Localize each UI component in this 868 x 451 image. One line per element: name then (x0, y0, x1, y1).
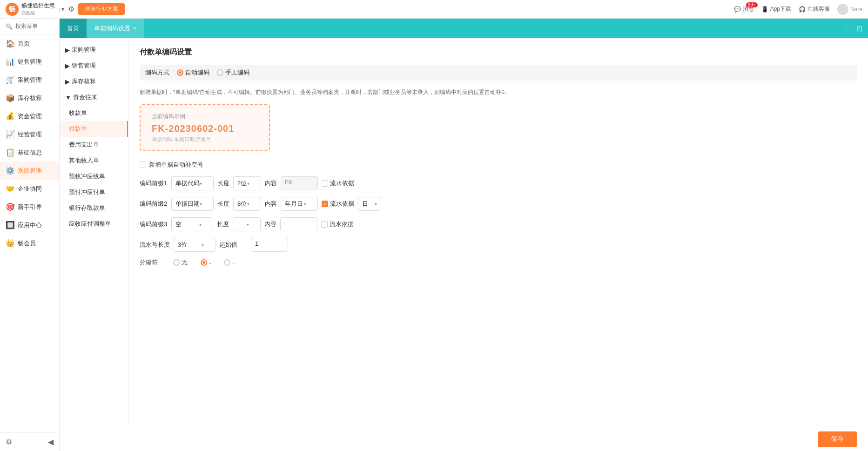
service-icon: 🎧 (799, 6, 806, 13)
tab-close-icon[interactable]: × (133, 25, 136, 32)
left-nav-group-finance-title[interactable]: ▼ 资金往来 (60, 89, 128, 105)
sep-none-option[interactable]: 无 (173, 258, 188, 267)
auto-fill-label: 新增单据自动补空号 (149, 161, 203, 169)
sep-dot-radio[interactable] (224, 259, 230, 266)
auto-encode-option[interactable]: 自动编码 (177, 68, 209, 77)
tab-home[interactable]: 首页 (60, 19, 87, 38)
sidebar-item-system[interactable]: ⚙️ 系统管理 (0, 162, 59, 180)
preview-code: FK-20230602-001 (152, 123, 258, 134)
sidebar-collapse-icon[interactable]: ◀ (48, 438, 54, 446)
sidebar-item-sales[interactable]: 📊 销售管理 (0, 53, 59, 71)
left-nav-item-bank[interactable]: 银行存取款单 (60, 200, 128, 216)
nav-dropdown[interactable]: | ▾ (59, 6, 64, 13)
save-button[interactable]: 保存 (818, 431, 857, 447)
length1-select[interactable]: 2位 ▾ (233, 176, 261, 190)
serial3-checkbox[interactable] (321, 221, 328, 228)
home-icon: 🏠 (6, 39, 14, 48)
expand-arrow-icon: ▶ (65, 78, 70, 85)
manual-encode-option[interactable]: 手工编码 (217, 68, 249, 77)
sep-none-radio[interactable] (173, 259, 180, 266)
sidebar-item-enterprise[interactable]: 🤝 企业协同 (0, 180, 59, 198)
tab-restore-icon[interactable]: ⊡ (856, 24, 862, 33)
sidebar-item-guide[interactable]: 🎯 新手引导 (0, 198, 59, 216)
content2-select[interactable]: 年月日 ▾ (281, 197, 318, 211)
preview-box: 当前编码示例： FK-20230602-001 单据代码-单据日期-流水号 (140, 104, 270, 151)
sidebar-item-finance[interactable]: 💰 资金管理 (0, 107, 59, 125)
left-nav-group-purchase-title[interactable]: ▶ 采购管理 (60, 42, 128, 58)
left-nav-item-receipt[interactable]: 收款单 (60, 105, 128, 121)
manual-encode-radio[interactable] (217, 69, 223, 76)
sidebar-bottom: ⚙ ◀ (0, 432, 59, 451)
tab-maximize-icon[interactable]: ⛶ (845, 24, 853, 33)
tab-current[interactable]: 单据编码设置 × (87, 19, 144, 38)
length3-select[interactable]: ▾ (233, 217, 261, 231)
sidebar-item-purchase[interactable]: 🛒 采购管理 (0, 71, 59, 89)
left-nav-item-payment[interactable]: 付款单 (60, 121, 128, 137)
content3-input[interactable] (280, 217, 317, 231)
serial1-checkbox[interactable] (322, 180, 328, 187)
messages-item[interactable]: 💬 消息 99+ (734, 5, 754, 13)
auto-fill-checkbox[interactable] (140, 162, 146, 168)
sidebar-item-label: 企业协同 (18, 185, 42, 193)
online-service-label: 在线客服 (807, 5, 830, 13)
left-nav-item-pre-payment[interactable]: 预付冲应付单 (60, 184, 128, 200)
sep-dash-label: - (209, 259, 211, 266)
sidebar-item-label: 库存核算 (18, 94, 42, 102)
left-nav-group-inventory-title[interactable]: ▶ 库存核算 (60, 74, 128, 89)
chevron-down-icon: ▾ (247, 181, 249, 186)
length1-label: 长度 (217, 179, 229, 188)
chevron-down-icon: ▾ (202, 242, 204, 248)
experience-button[interactable]: 体验行业方案 (78, 3, 125, 15)
sidebar-search[interactable]: 🔍 搜索菜单 (0, 19, 59, 34)
sidebar-settings-icon[interactable]: ⚙ (6, 438, 12, 446)
serial3-checkbox-group: 流水依据 (321, 220, 354, 229)
serial2-checkbox[interactable]: ✓ (322, 201, 328, 207)
sidebar-item-member[interactable]: 👑 畅会员 (0, 234, 59, 252)
enterprise-icon: 🤝 (6, 184, 14, 193)
serial2-label: 流水依据 (330, 200, 354, 208)
auto-encode-radio[interactable] (177, 69, 183, 76)
form-row-1: 编码前缀1 单据代码 ▾ 长度 2位 ▾ 内容 FK 流水依据 (140, 176, 857, 190)
tab-current-label: 单据编码设置 (94, 24, 130, 33)
inventory-icon: 📦 (6, 94, 14, 102)
search-label: 搜索菜单 (15, 22, 38, 30)
prefix2-select[interactable]: 单据日期 ▾ (171, 197, 214, 211)
left-nav-group-sales-title[interactable]: ▶ 销售管理 (60, 58, 128, 74)
serial-length-select[interactable]: 3位 ▾ (174, 238, 215, 252)
sep-dash-option[interactable]: - (201, 259, 211, 266)
serial2-checkbox-group: ✓ 流水依据 (322, 200, 354, 208)
chevron-down-icon: ▾ (200, 181, 202, 186)
chevron-down-icon: ▾ (375, 202, 377, 207)
length2-select[interactable]: 8位 ▾ (233, 197, 261, 211)
sep-dash-radio[interactable] (201, 259, 207, 266)
app-download-label: App下载 (770, 5, 791, 13)
left-nav-item-pre-receipt[interactable]: 预收冲应收单 (60, 168, 128, 184)
left-nav-item-expense[interactable]: 费用支出单 (60, 137, 128, 153)
chevron-down-icon: ▾ (199, 222, 202, 227)
settings-icon[interactable]: ⚙ (68, 5, 74, 13)
content2-label: 内容 (265, 200, 277, 208)
left-nav-item-adjust[interactable]: 应收应付调整单 (60, 216, 128, 232)
form-row-3: 编码前缀3 空 ▾ 长度 ▾ 内容 流水依据 (140, 217, 857, 231)
brand-text: 畅捷通好生意 旗舰版 (21, 2, 55, 16)
prefix3-select[interactable]: 空 ▾ (171, 217, 213, 231)
avatar (837, 4, 848, 15)
day-select[interactable]: 日 ▾ (358, 197, 381, 211)
start-value-label: 起始值 (219, 241, 247, 249)
start-value-input[interactable]: 1 (251, 238, 288, 252)
sidebar-item-inventory[interactable]: 📦 库存核算 (0, 89, 59, 107)
sidebar-item-apps[interactable]: 🔲 应用中心 (0, 216, 59, 234)
left-nav-item-other-income[interactable]: 其他收入单 (60, 153, 128, 168)
user-item[interactable]: Nare (837, 4, 862, 15)
sidebar-item-label: 系统管理 (18, 167, 42, 175)
sales-icon: 📊 (6, 57, 14, 66)
sep-dot-option[interactable]: · (224, 259, 234, 266)
left-nav-group-finance: ▼ 资金往来 收款单 付款单 费用支出单 其他收入单 预收冲应收单 预付冲应付单… (60, 89, 128, 232)
sidebar-item-basic[interactable]: 📋 基础信息 (0, 143, 59, 162)
prefix1-select[interactable]: 单据代码 ▾ (171, 176, 214, 190)
serial-length-row: 流水号长度 3位 ▾ 起始值 1 (140, 238, 857, 252)
sidebar-item-operations[interactable]: 📈 经营管理 (0, 125, 59, 143)
online-service-item[interactable]: 🎧 在线客服 (799, 5, 830, 13)
app-download-item[interactable]: 📱 App下载 (761, 5, 791, 13)
sidebar-item-home[interactable]: 🏠 首页 (0, 34, 59, 53)
